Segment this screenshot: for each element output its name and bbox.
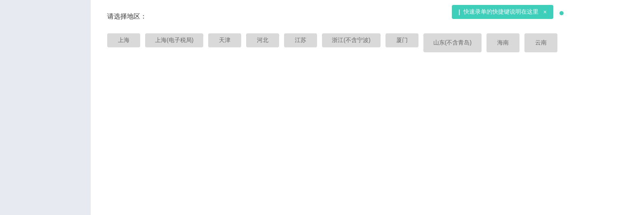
tooltip-dot: [559, 11, 564, 15]
region-btn-xiamen[interactable]: 厦门: [385, 33, 418, 47]
region-btn-zhejiang[interactable]: 浙江(不含宁波): [322, 33, 380, 47]
region-btn-shandong[interactable]: 山东(不含青岛): [423, 33, 482, 52]
region-row-2: 山东(不含青岛) 海南 云南: [423, 33, 557, 52]
region-buttons: 上海 上海(电子税局) 天津 河北 江苏 浙江(不含宁波) 厦门 山东(不含青岛…: [107, 33, 628, 52]
region-btn-shanghai-etax[interactable]: 上海(电子税局): [145, 33, 203, 47]
tooltip-close-button[interactable]: ×: [543, 9, 547, 15]
region-btn-shanghai[interactable]: 上海: [107, 33, 140, 47]
main-content: 请选择地区： 上海 上海(电子税局) 天津 河北 江苏 浙江(不含宁波) 厦门 …: [91, 0, 644, 215]
sidebar: [0, 0, 91, 215]
region-btn-jiangsu[interactable]: 江苏: [284, 33, 317, 47]
tooltip-bubble: 快速录单的快捷键说明在这里 ×: [452, 5, 553, 19]
region-btn-hainan[interactable]: 海南: [487, 33, 519, 52]
tooltip-text: 快速录单的快捷键说明在这里: [463, 8, 538, 16]
region-btn-yunnan[interactable]: 云南: [524, 33, 557, 52]
region-btn-hebei[interactable]: 河北: [246, 33, 279, 47]
region-row-1: 上海 上海(电子税局) 天津 河北 江苏 浙江(不含宁波) 厦门: [107, 33, 418, 47]
region-btn-tianjin[interactable]: 天津: [208, 33, 241, 47]
